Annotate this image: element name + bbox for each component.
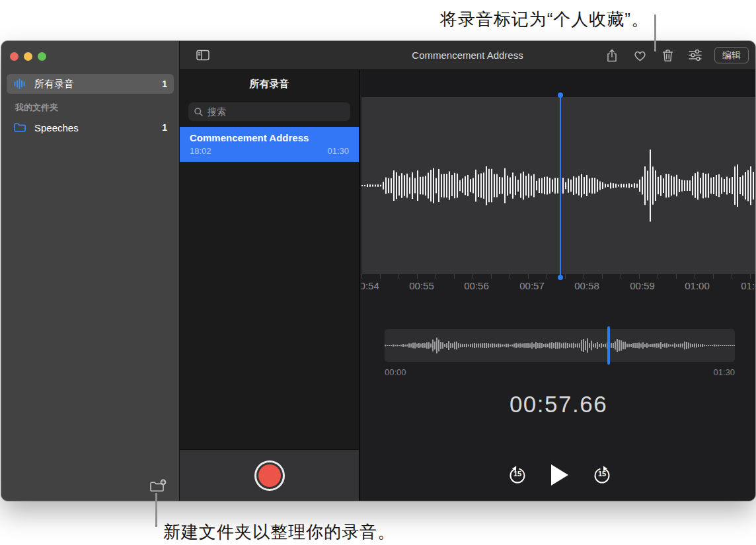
list-header: 所有录音 (180, 78, 359, 91)
timeline-label: 00:59 (630, 280, 655, 291)
share-icon (605, 48, 619, 63)
overview-labels: 00:00 01:30 (385, 367, 735, 377)
sliders-icon (688, 49, 702, 61)
playhead[interactable] (556, 92, 565, 280)
trash-icon (661, 48, 675, 63)
playback-settings-button[interactable] (684, 46, 706, 65)
new-folder-icon (149, 478, 167, 494)
play-icon (551, 464, 568, 486)
recording-time: 18:02 (190, 146, 211, 156)
new-folder-callout-line (155, 493, 157, 527)
recordings-list-column: 所有录音 Commencement Address 18:02 01:30 (180, 70, 360, 501)
recording-list-item[interactable]: Commencement Address 18:02 01:30 (180, 127, 359, 162)
record-bar (180, 449, 359, 501)
search-icon (194, 107, 204, 117)
screenshot-stage: 将录音标记为“个人收藏”。 新建文件夹以整理你的录音。 (0, 0, 756, 545)
skip-back-seconds: 15 (508, 470, 527, 478)
overview-waveform[interactable] (385, 329, 735, 362)
favorite-callout-line (654, 15, 656, 52)
sidebar-item-label: 所有录音 (34, 78, 74, 91)
favorite-callout-text: 将录音标记为“个人收藏”。 (440, 8, 649, 31)
skip-forward-15-button[interactable]: 15 (591, 462, 613, 488)
sidebar-item-label: Speeches (34, 122, 79, 133)
overview-start-label: 00:00 (385, 367, 406, 377)
folder-icon (13, 122, 29, 133)
overview-playhead[interactable] (607, 326, 610, 365)
timeline-label: 00:56 (464, 280, 489, 291)
recording-duration: 01:30 (327, 146, 349, 156)
minimize-window-button[interactable] (24, 52, 32, 61)
playback-controls: 15 15 (361, 462, 755, 495)
timeline-label: 00:54 (361, 280, 379, 291)
overview-end-label: 01:30 (713, 367, 735, 377)
toolbar: Commencement Address (180, 41, 755, 70)
player-area: 00:54 00:55 00:56 00:57 00:58 00:59 01:0… (361, 70, 755, 501)
sidebar-section-my-folders: 我的文件夹 (15, 102, 58, 114)
timeline-labels: 00:54 00:55 00:56 00:57 00:58 00:59 01:0… (361, 280, 755, 293)
skip-forward-seconds: 15 (592, 470, 612, 478)
voice-memos-window: 所有录音 1 我的文件夹 Speeches 1 (1, 41, 755, 501)
record-dot-icon (258, 464, 281, 487)
play-button[interactable] (548, 462, 571, 488)
favorite-button[interactable] (628, 46, 651, 65)
timeline-label: 01:01 (741, 280, 755, 291)
zoom-window-button[interactable] (38, 52, 46, 61)
sidebar: 所有录音 1 我的文件夹 Speeches 1 (1, 41, 180, 501)
new-folder-button[interactable] (147, 477, 169, 495)
toolbar-actions: 编辑 (601, 46, 749, 65)
timeline-label: 00:58 (574, 280, 599, 291)
sidebar-item-all-recordings[interactable]: 所有录音 1 (7, 74, 174, 94)
edit-button[interactable]: 编辑 (714, 47, 749, 63)
heart-icon (632, 48, 648, 62)
waveform-icon (13, 79, 29, 89)
timeline-label: 00:57 (519, 280, 545, 291)
share-button[interactable] (601, 46, 623, 65)
timeline-label: 00:55 (409, 280, 434, 291)
skip-back-15-button[interactable]: 15 (506, 462, 529, 488)
sidebar-toggle-icon (196, 49, 210, 61)
playhead-bottom-dot (558, 275, 563, 280)
search-input[interactable] (208, 106, 345, 117)
record-button[interactable] (254, 460, 285, 491)
delete-button[interactable] (656, 46, 679, 65)
sidebar-item-count: 1 (162, 122, 167, 133)
close-window-button[interactable] (10, 52, 19, 61)
playhead-line (560, 95, 561, 277)
new-folder-callout-text: 新建文件夹以整理你的录音。 (163, 521, 395, 544)
sidebar-item-count: 1 (162, 79, 167, 89)
recording-title: Commencement Address (190, 132, 349, 143)
sidebar-item-speeches[interactable]: Speeches 1 (7, 118, 174, 137)
timeline-label: 01:00 (685, 280, 710, 291)
overview-waveform-svg (385, 329, 735, 362)
search-box[interactable] (188, 102, 350, 121)
current-time-display: 00:57.66 (361, 391, 755, 418)
toggle-sidebar-button[interactable] (192, 46, 214, 65)
